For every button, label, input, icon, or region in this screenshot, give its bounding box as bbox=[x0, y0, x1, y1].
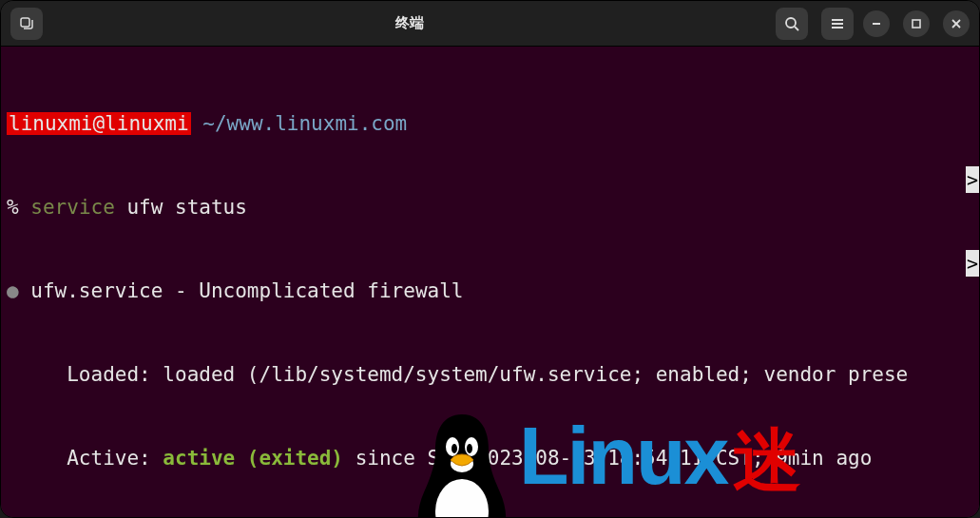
svg-rect-7 bbox=[913, 20, 920, 28]
command-keyword: service bbox=[30, 196, 115, 219]
minimize-button[interactable] bbox=[863, 10, 890, 37]
new-tab-button[interactable] bbox=[10, 8, 43, 40]
active-line: Active: active (exited) since Sun 2023-0… bbox=[7, 445, 973, 472]
loaded-line: Loaded: loaded (/lib/systemd/system/ufw.… bbox=[7, 361, 973, 389]
svg-rect-0 bbox=[21, 18, 29, 27]
titlebar: 终端 bbox=[1, 1, 979, 47]
svg-line-2 bbox=[795, 27, 798, 30]
prompt-symbol: % bbox=[7, 196, 19, 219]
terminal-content[interactable]: linuxmi@linuxmi ~/www.linuxmi.com % serv… bbox=[1, 47, 979, 517]
maximize-button[interactable] bbox=[903, 10, 930, 37]
svg-point-11 bbox=[435, 479, 489, 517]
prompt-line-2: % service ufw status bbox=[7, 194, 973, 221]
window-title: 终端 bbox=[43, 14, 776, 32]
command-args: ufw status bbox=[115, 196, 247, 219]
service-header: ● ufw.service - Uncomplicated firewall bbox=[7, 278, 973, 305]
active-status: active (exited) bbox=[151, 447, 343, 470]
menu-button[interactable] bbox=[821, 8, 854, 40]
terminal-window: 终端 lin bbox=[0, 0, 980, 518]
prompt-line-1: linuxmi@linuxmi ~/www.linuxmi.com bbox=[7, 110, 973, 138]
close-button[interactable] bbox=[943, 10, 970, 37]
current-path: ~/www.linuxmi.com bbox=[202, 112, 407, 135]
bullet-icon: ● bbox=[7, 279, 30, 302]
search-button[interactable] bbox=[776, 8, 808, 40]
user-host: linuxmi@linuxmi bbox=[7, 112, 191, 135]
wrap-indicator-icon: > bbox=[966, 250, 979, 277]
service-name: ufw.service - Uncomplicated firewall bbox=[30, 279, 463, 302]
svg-point-1 bbox=[786, 18, 796, 28]
wrap-indicator-icon: > bbox=[966, 166, 979, 193]
